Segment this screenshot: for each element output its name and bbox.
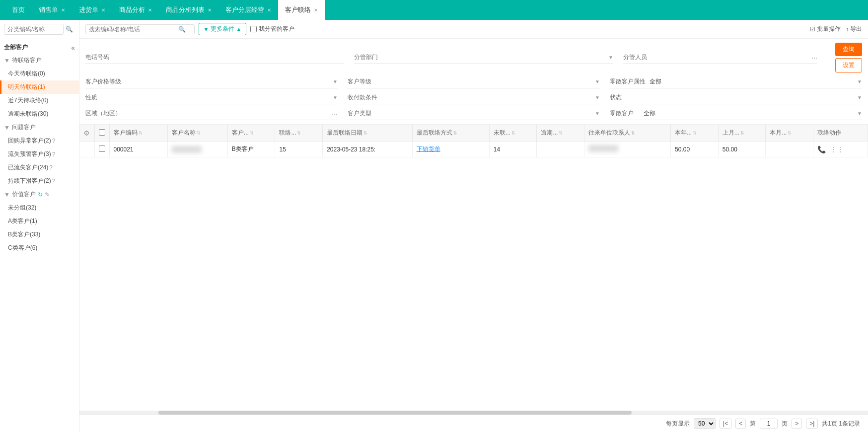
my-customer-checkbox[interactable]: [250, 26, 257, 32]
chevron-down-icon-payment: ▼: [595, 95, 600, 100]
filter-phone: 电话号码: [85, 51, 344, 64]
search-input[interactable]: [89, 26, 178, 33]
search-icon[interactable]: 🔍: [178, 26, 186, 33]
sort-overdue[interactable]: 逾期... ⇅: [541, 129, 563, 137]
nav-purchase-order[interactable]: 进货单 ✕: [72, 0, 112, 20]
query-button[interactable]: 查询: [835, 43, 862, 56]
filter-customer-level-select[interactable]: ▼: [381, 79, 600, 84]
sort-icon-code: ⇅: [139, 131, 143, 136]
nav-close-product-list[interactable]: ✕: [208, 7, 212, 13]
filter-scatter-attr: 零散客户属性 全部 ▼: [610, 75, 862, 88]
filter-status-select[interactable]: ▼: [644, 95, 862, 100]
my-customer-checkbox-wrap[interactable]: 我分管的客户: [250, 25, 294, 33]
scrollbar-thumb[interactable]: [158, 411, 632, 415]
sort-customer-code[interactable]: 客户编码 ⇅: [114, 129, 143, 137]
last-method-link[interactable]: 下销货单: [417, 145, 440, 152]
filter-payment-select[interactable]: ▼: [381, 95, 600, 100]
export-button[interactable]: ↑ 导出: [846, 25, 862, 33]
more-filter-button[interactable]: ▼ 更多条件 ▲: [199, 23, 246, 35]
filter-person-dots[interactable]: ···: [811, 54, 817, 62]
sidebar-item-ungrouped[interactable]: 未分组(32): [0, 201, 79, 215]
horizontal-scrollbar[interactable]: [79, 411, 868, 415]
sort-icon-last-month: ⇅: [740, 131, 744, 136]
sort-customer-category[interactable]: 客户... ⇅: [232, 129, 254, 137]
all-customers-section[interactable]: 全部客户 «: [0, 39, 79, 54]
filter-phone-label: 电话号码: [85, 53, 115, 62]
nav-close-customer-tier[interactable]: ✕: [267, 7, 271, 13]
sidebar-item-a-class[interactable]: A类客户(1): [0, 215, 79, 228]
filter-nature-select[interactable]: ▼: [119, 95, 338, 100]
filter-scatter-select[interactable]: 全部 ▼: [650, 77, 862, 86]
sort-customer-name[interactable]: 客户名称 ⇅: [172, 129, 201, 137]
nav-close-customer-contact[interactable]: ✕: [314, 7, 318, 13]
th-checkbox[interactable]: [94, 125, 109, 142]
sort-contacts[interactable]: 联络... ⇅: [279, 129, 301, 137]
per-page-select[interactable]: 50: [694, 418, 716, 429]
sidebar-item-c-class[interactable]: C类客户(6): [0, 241, 79, 255]
settings-button[interactable]: 设置: [835, 58, 862, 72]
th-settings[interactable]: ⚙: [79, 125, 94, 142]
group-problem-customers[interactable]: ▼ 问题客户: [0, 121, 79, 134]
prev-page-button[interactable]: <: [735, 419, 746, 429]
sort-unit-contacts[interactable]: 往来单位联系人 ⇅: [588, 129, 635, 137]
sort-no-contact[interactable]: 未联... ⇅: [494, 129, 515, 137]
filter-retail-select[interactable]: 全部 ▼: [644, 109, 862, 118]
nav-product-analysis-list[interactable]: 商品分析列表 ✕: [159, 0, 218, 20]
next-page-button[interactable]: >: [792, 419, 802, 429]
sidebar-item-today-pending[interactable]: 今天待联络(0): [0, 67, 79, 80]
chevron-down-icon-nature: ▼: [333, 95, 338, 100]
sort-this-month[interactable]: 本月... ⇅: [770, 129, 792, 137]
sidebar-item-repurchase-abnormal[interactable]: 回购异常客户(2) ?: [0, 134, 79, 147]
more-action-icon[interactable]: ⋮⋮: [830, 145, 844, 153]
filter-price-select[interactable]: ▼: [125, 79, 338, 84]
sidebar-item-churn-warning[interactable]: 流失预警客户(3) ?: [0, 147, 79, 161]
sidebar-item-tomorrow-pending[interactable]: 明天待联络(1): [0, 80, 79, 94]
sort-icon-contacts: ⇅: [297, 131, 301, 136]
sidebar-item-churned[interactable]: 已流失客户(24) ?: [0, 161, 79, 174]
filter-region-label: 区域（地区）: [85, 109, 121, 118]
page-number-input[interactable]: [760, 419, 778, 429]
nav-close-sales[interactable]: ✕: [61, 7, 65, 13]
batch-operation-button[interactable]: ☑ 批量操作: [810, 25, 841, 33]
filter-dept-select[interactable]: ▼: [388, 55, 613, 60]
nav-home[interactable]: 首页: [5, 0, 32, 20]
sidebar-item-overdue-contact[interactable]: 逾期未联络(30): [0, 107, 79, 121]
refresh-icon-value[interactable]: ↻: [38, 191, 43, 198]
nav-sales-order[interactable]: 销售单 ✕: [32, 0, 72, 20]
sort-last-month[interactable]: 上月... ⇅: [723, 129, 744, 137]
sidebar-item-declining[interactable]: 持续下滑客户(2) ?: [0, 174, 79, 188]
group-pending-contact[interactable]: ▼ 待联络客户: [0, 54, 79, 67]
group-value-customers[interactable]: ▼ 价值客户 ↻ ✎: [0, 188, 79, 201]
sidebar-item-b-class[interactable]: B类客户(33): [0, 228, 79, 241]
sort-last-contact-method[interactable]: 最后联络方式 ⇅: [417, 129, 457, 137]
edit-icon-value[interactable]: ✎: [45, 191, 50, 198]
sidebar-search-icon[interactable]: 🔍: [66, 26, 73, 33]
td-last-method[interactable]: 下销货单: [412, 142, 489, 157]
sidebar-item-7day-pending[interactable]: 近7天待联络(0): [0, 94, 79, 107]
nav-close-purchase[interactable]: ✕: [101, 7, 105, 13]
chevron-down-icon-level: ▼: [595, 79, 600, 84]
filter-region-dots[interactable]: ···: [332, 110, 338, 118]
th-last-contact-method: 最后联络方式 ⇅: [412, 125, 489, 142]
sort-this-year[interactable]: 本年... ⇅: [675, 129, 697, 137]
row-checkbox[interactable]: [99, 145, 105, 152]
filter-customer-type-select[interactable]: ▼: [381, 111, 600, 116]
last-page-button[interactable]: >|: [806, 419, 818, 429]
collapse-icon[interactable]: «: [71, 44, 75, 52]
filter-phone-input[interactable]: [119, 54, 344, 61]
td-checkbox[interactable]: [94, 142, 109, 157]
column-settings-icon[interactable]: ⚙: [83, 129, 90, 137]
chevron-down-icon-dept: ▼: [608, 55, 613, 60]
chevron-down-icon-retail: ▼: [857, 111, 862, 116]
chevron-up-icon: ▲: [236, 26, 242, 33]
sidebar-search-input[interactable]: [4, 24, 64, 35]
phone-action-icon[interactable]: 📞: [817, 145, 826, 153]
sort-last-contact-date[interactable]: 最后联络日期 ⇅: [327, 129, 367, 137]
sort-icon-unit: ⇅: [631, 131, 635, 136]
nav-customer-tier[interactable]: 客户分层经营 ✕: [218, 0, 278, 20]
select-all-checkbox[interactable]: [99, 129, 105, 136]
nav-product-analysis[interactable]: 商品分析 ✕: [112, 0, 159, 20]
nav-customer-contact[interactable]: 客户联络 ✕: [278, 0, 325, 20]
nav-close-product-analysis[interactable]: ✕: [148, 7, 152, 13]
first-page-button[interactable]: |<: [720, 419, 731, 429]
